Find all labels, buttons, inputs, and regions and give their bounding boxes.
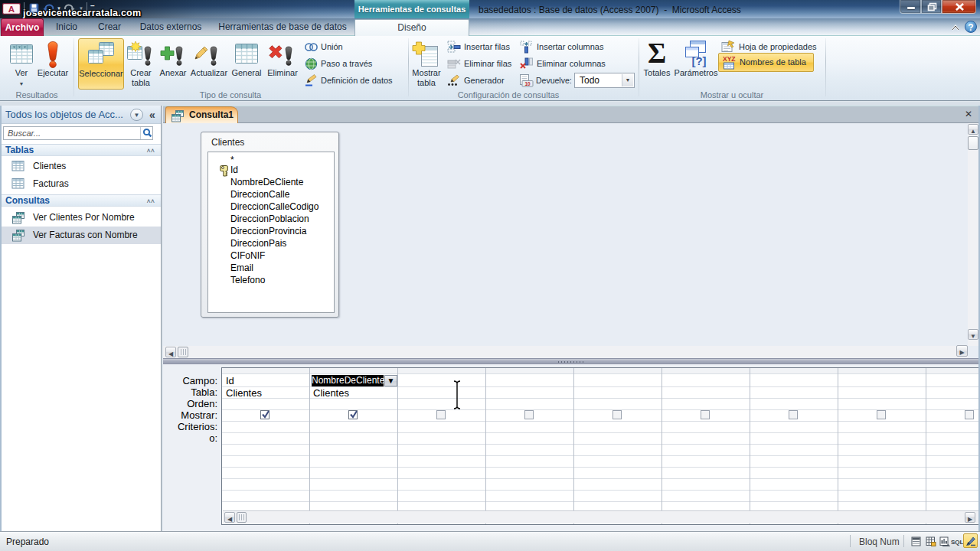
svg-text:[?]: [?] [691,54,706,67]
svg-text:A: A [8,5,15,14]
svg-text:10: 10 [524,81,531,86]
svg-text:XYZ: XYZ [723,55,736,63]
